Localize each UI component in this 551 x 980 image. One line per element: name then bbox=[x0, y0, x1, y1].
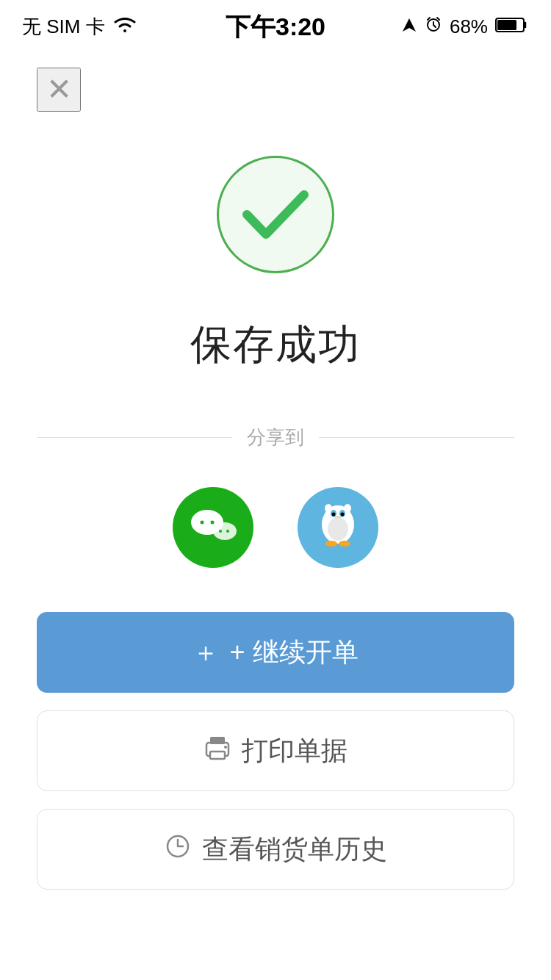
share-divider: 分享到 bbox=[37, 425, 514, 450]
share-icons bbox=[37, 487, 514, 568]
status-right: 68% bbox=[401, 15, 529, 38]
svg-rect-23 bbox=[210, 752, 225, 759]
svg-point-5 bbox=[201, 521, 204, 525]
svg-point-8 bbox=[226, 530, 229, 533]
no-sim-label: 无 SIM 卡 bbox=[22, 14, 105, 40]
battery-percent: 68% bbox=[450, 15, 488, 38]
svg-point-7 bbox=[219, 530, 222, 533]
svg-point-4 bbox=[213, 522, 237, 540]
continue-label: + 继续开单 bbox=[229, 635, 358, 671]
battery-icon bbox=[495, 15, 529, 38]
qq-share-button[interactable] bbox=[298, 487, 378, 568]
svg-point-12 bbox=[332, 513, 336, 516]
continue-button[interactable]: ＋ + 继续开单 bbox=[37, 612, 514, 693]
svg-point-14 bbox=[341, 513, 345, 516]
svg-point-24 bbox=[224, 746, 227, 749]
share-label: 分享到 bbox=[247, 425, 304, 450]
svg-point-18 bbox=[339, 541, 350, 547]
status-time: 下午3:20 bbox=[226, 10, 325, 44]
share-section: 分享到 bbox=[37, 425, 514, 568]
wifi-icon bbox=[112, 15, 137, 39]
print-label: 打印单据 bbox=[242, 733, 347, 769]
svg-point-19 bbox=[325, 504, 332, 513]
history-button[interactable]: 查看销货单历史 bbox=[37, 809, 514, 890]
svg-point-16 bbox=[328, 517, 348, 541]
svg-rect-2 bbox=[497, 20, 516, 30]
plus-icon: ＋ bbox=[192, 635, 219, 671]
action-buttons: ＋ + 继续开单 打印单据 查看销货单历 bbox=[37, 612, 514, 890]
history-icon bbox=[164, 832, 192, 867]
svg-point-17 bbox=[325, 541, 337, 547]
close-button[interactable]: ✕ bbox=[37, 68, 81, 112]
success-circle bbox=[217, 156, 334, 273]
success-title: 保存成功 bbox=[190, 317, 361, 373]
wechat-share-button[interactable] bbox=[173, 487, 253, 568]
status-left: 无 SIM 卡 bbox=[22, 14, 137, 40]
svg-point-6 bbox=[211, 521, 215, 525]
main-content: ✕ 保存成功 分享到 bbox=[0, 53, 551, 919]
status-bar: 无 SIM 卡 下午3:20 68% bbox=[0, 0, 551, 53]
svg-rect-22 bbox=[210, 737, 225, 744]
location-icon bbox=[401, 15, 417, 38]
history-label: 查看销货单历史 bbox=[202, 832, 387, 868]
svg-point-20 bbox=[344, 504, 351, 513]
alarm-icon bbox=[425, 15, 442, 38]
printer-icon bbox=[204, 734, 231, 768]
close-icon: ✕ bbox=[46, 74, 72, 105]
wechat-icon bbox=[188, 506, 238, 549]
print-button[interactable]: 打印单据 bbox=[37, 710, 514, 791]
qq-icon bbox=[315, 502, 361, 552]
checkmark-icon bbox=[242, 189, 309, 240]
